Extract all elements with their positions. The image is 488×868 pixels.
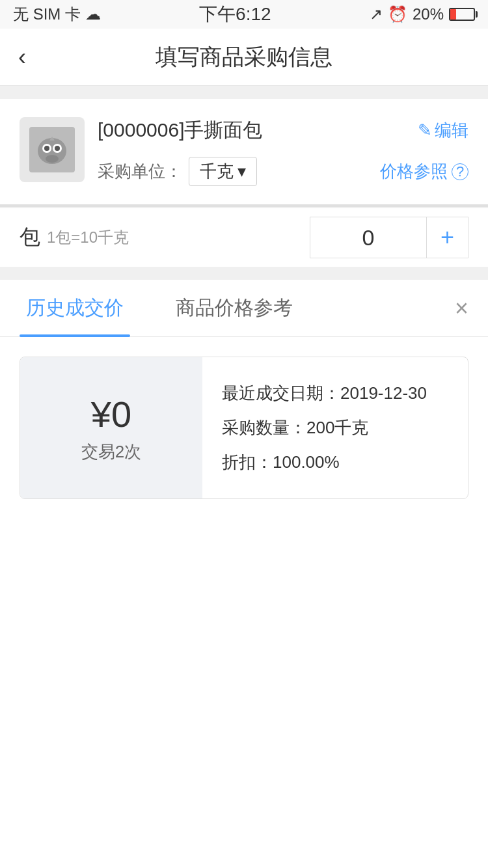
unit-value: 千克: [200, 160, 234, 183]
page-header: ‹ 填写商品采购信息: [0, 29, 488, 86]
quantity-input[interactable]: 0: [310, 217, 427, 258]
quantity-controls: 0 +: [310, 217, 468, 258]
location-icon: ↗: [370, 5, 383, 23]
product-thumbnail: [20, 117, 85, 182]
quantity-label: 包 1包=10千克: [20, 223, 129, 252]
product-logo-icon: [33, 130, 72, 169]
page-title: 填写商品采购信息: [156, 42, 332, 72]
tab-close-button[interactable]: ×: [455, 295, 468, 322]
status-bar: 无 SIM 卡 ☁ 下午6:12 ↗ ⏰ 20%: [0, 0, 488, 29]
tab-history-price[interactable]: 历史成交价: [20, 280, 130, 337]
qty-unit-label: 包: [20, 223, 40, 252]
history-card: ¥0 交易2次 最近成交日期：2019-12-30 采购数量：200千克 折扣：…: [20, 357, 468, 499]
product-image: [29, 127, 75, 172]
battery-icon: [449, 8, 475, 21]
tab-price-ref-label: 商品价格参考: [176, 295, 293, 321]
history-qty-label: 采购数量：: [222, 418, 306, 437]
product-info: [0000006]手撕面包 ✎ 编辑 采购单位： 千克 ▾ 价格参照 ?: [98, 117, 468, 186]
unit-selector-group: 采购单位： 千克 ▾: [98, 157, 257, 186]
history-date-label: 最近成交日期：: [222, 383, 340, 403]
history-date-value: 2019-12-30: [340, 383, 427, 403]
product-row: [0000006]手撕面包 ✎ 编辑 采购单位： 千克 ▾ 价格参照 ?: [20, 117, 468, 186]
price-reference-button[interactable]: 价格参照 ?: [380, 160, 468, 183]
history-date-row: 最近成交日期：2019-12-30: [222, 381, 448, 406]
qty-conversion: 1包=10千克: [47, 227, 129, 248]
back-button[interactable]: ‹: [18, 44, 26, 71]
tab-history-label: 历史成交价: [26, 295, 124, 321]
quantity-plus-button[interactable]: +: [427, 217, 468, 258]
history-card-right: 最近成交日期：2019-12-30 采购数量：200千克 折扣：100.00%: [202, 357, 468, 498]
svg-point-4: [55, 146, 60, 151]
history-trade-count: 交易2次: [81, 441, 141, 463]
separator: [0, 204, 488, 207]
quantity-section: 包 1包=10千克 0 +: [0, 208, 488, 267]
edit-label: 编辑: [435, 119, 468, 142]
product-name: [0000006]手撕面包: [98, 117, 262, 144]
history-qty-value: 200千克: [306, 418, 368, 437]
edit-button[interactable]: ✎ 编辑: [418, 119, 468, 142]
battery-percent: 20%: [413, 5, 444, 23]
product-name-row: [0000006]手撕面包 ✎ 编辑: [98, 117, 468, 144]
unit-select[interactable]: 千克 ▾: [189, 157, 257, 186]
help-icon: ?: [452, 163, 468, 180]
tab-price-reference[interactable]: 商品价格参考: [169, 280, 299, 337]
page-body: [0, 519, 488, 868]
tab-header: 历史成交价 商品价格参考 ×: [0, 280, 488, 337]
unit-row: 采购单位： 千克 ▾ 价格参照 ?: [98, 157, 468, 186]
alarm-icon: ⏰: [388, 5, 407, 23]
status-right: ↗ ⏰ 20%: [370, 5, 475, 23]
dropdown-icon: ▾: [237, 161, 246, 182]
product-card: [0000006]手撕面包 ✎ 编辑 采购单位： 千克 ▾ 价格参照 ?: [0, 99, 488, 204]
sim-signal: 无 SIM 卡 ☁: [13, 4, 101, 25]
history-content: ¥0 交易2次 最近成交日期：2019-12-30 采购数量：200千克 折扣：…: [0, 337, 488, 519]
svg-point-3: [44, 146, 49, 151]
history-discount-row: 折扣：100.00%: [222, 450, 448, 475]
tab-section: 历史成交价 商品价格参考 × ¥0 交易2次 最近成交日期：2019-12-30…: [0, 280, 488, 519]
history-price: ¥0: [91, 393, 131, 435]
svg-point-5: [46, 155, 59, 163]
price-ref-label: 价格参照: [380, 160, 448, 183]
edit-icon: ✎: [418, 120, 432, 141]
unit-label: 采购单位：: [98, 160, 182, 183]
history-qty-row: 采购数量：200千克: [222, 415, 448, 441]
history-discount-value: 100.00%: [273, 452, 340, 472]
history-card-left: ¥0 交易2次: [20, 357, 202, 498]
history-discount-label: 折扣：: [222, 452, 273, 472]
status-left: 无 SIM 卡 ☁: [13, 4, 101, 25]
status-time: 下午6:12: [199, 2, 271, 27]
tab-active-indicator: [20, 334, 130, 337]
